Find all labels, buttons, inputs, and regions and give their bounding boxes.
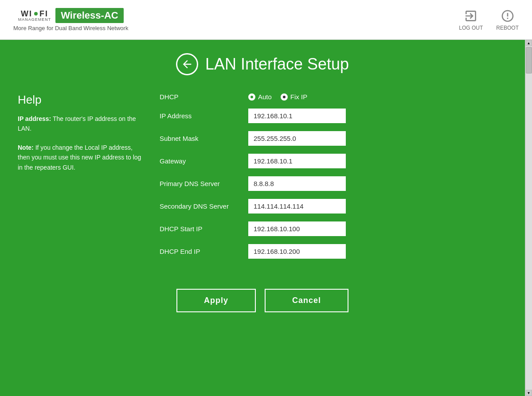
back-button[interactable] (176, 53, 198, 75)
scrollbar-thumb[interactable] (526, 47, 532, 74)
logout-label: LOG OUT (459, 25, 483, 31)
main-content: LAN Interface Setup Help IP address: The… (0, 40, 525, 396)
dhcp-start-ip-row: DHCP Start IP (160, 221, 507, 236)
logo-row: WI FI MANAGEMENT Wireless-AC (18, 8, 124, 23)
header-subtitle: More Range for Dual Band Wireless Networ… (13, 25, 128, 31)
help-note-text: Note: If you change the Local IP address… (18, 143, 142, 172)
ip-address-input[interactable] (248, 109, 346, 123)
gateway-label: Gateway (160, 157, 248, 165)
secondary-dns-input[interactable] (248, 199, 346, 214)
buttons-row: Apply Cancel (18, 289, 507, 312)
dhcp-fixip-radio[interactable] (281, 93, 288, 101)
dhcp-end-ip-row: DHCP End IP (160, 244, 507, 259)
reboot-button[interactable]: REBOOT (496, 9, 519, 31)
reboot-icon (501, 9, 515, 23)
secondary-dns-label: Secondary DNS Server (160, 202, 248, 210)
logout-icon (464, 9, 478, 23)
header-right: LOG OUT REBOOT (459, 9, 519, 31)
help-ip-text: IP address: The router's IP address on t… (18, 114, 142, 134)
gateway-row: Gateway (160, 154, 507, 168)
dhcp-radio-group: Auto Fix IP (248, 93, 307, 101)
header-left: WI FI MANAGEMENT Wireless-AC More Range … (13, 8, 128, 31)
dhcp-auto-option[interactable]: Auto (248, 93, 272, 101)
fi-text: FI (39, 10, 48, 18)
dhcp-auto-label: Auto (258, 93, 272, 101)
help-note-desc: If you change the Local IP address, then… (18, 144, 141, 171)
brand-name: Wireless-AC (55, 8, 123, 23)
wi-text: WI (21, 10, 32, 18)
cancel-button[interactable]: Cancel (265, 289, 348, 312)
subnet-mask-label: Subnet Mask (160, 135, 248, 142)
logo-dot (34, 12, 38, 16)
subnet-mask-row: Subnet Mask (160, 131, 507, 146)
scrollbar-arrow-up[interactable]: ▲ (526, 40, 532, 46)
dhcp-start-ip-label: DHCP Start IP (160, 225, 248, 233)
reboot-label: REBOOT (496, 25, 519, 31)
scrollbar-track[interactable]: ▲ ▼ (525, 40, 532, 396)
back-arrow-icon (181, 58, 193, 70)
main-layout: Help IP address: The router's IP address… (18, 93, 507, 267)
page-title-row: LAN Interface Setup (18, 53, 507, 75)
primary-dns-label: Primary DNS Server (160, 180, 248, 187)
help-title: Help (18, 93, 142, 107)
dhcp-end-ip-input[interactable] (248, 244, 346, 259)
help-ip-label: IP address: (18, 115, 51, 122)
page-title: LAN Interface Setup (205, 55, 349, 74)
primary-dns-row: Primary DNS Server (160, 176, 507, 191)
ip-address-label: IP Address (160, 112, 248, 120)
help-note-label: Note: (18, 144, 34, 151)
ip-address-row: IP Address (160, 109, 507, 123)
wifi-logo: WI FI MANAGEMENT (18, 10, 51, 22)
form-section: DHCP Auto Fix IP IP Address (160, 93, 507, 267)
dhcp-start-ip-input[interactable] (248, 221, 346, 236)
content-wrapper: LAN Interface Setup Help IP address: The… (0, 40, 532, 396)
dhcp-auto-radio[interactable] (248, 93, 255, 101)
secondary-dns-row: Secondary DNS Server (160, 199, 507, 214)
scrollbar-arrow-down[interactable]: ▼ (526, 390, 532, 396)
dhcp-row: DHCP Auto Fix IP (160, 93, 507, 101)
management-text: MANAGEMENT (18, 18, 51, 22)
help-section: Help IP address: The router's IP address… (18, 93, 142, 267)
logout-button[interactable]: LOG OUT (459, 9, 483, 31)
dhcp-fixip-option[interactable]: Fix IP (281, 93, 307, 101)
dhcp-end-ip-label: DHCP End IP (160, 248, 248, 255)
primary-dns-input[interactable] (248, 176, 346, 191)
dhcp-label: DHCP (160, 93, 248, 101)
gateway-input[interactable] (248, 154, 346, 168)
header: WI FI MANAGEMENT Wireless-AC More Range … (0, 0, 532, 40)
subnet-mask-input[interactable] (248, 131, 346, 146)
dhcp-fixip-label: Fix IP (290, 93, 307, 101)
apply-button[interactable]: Apply (176, 289, 256, 312)
